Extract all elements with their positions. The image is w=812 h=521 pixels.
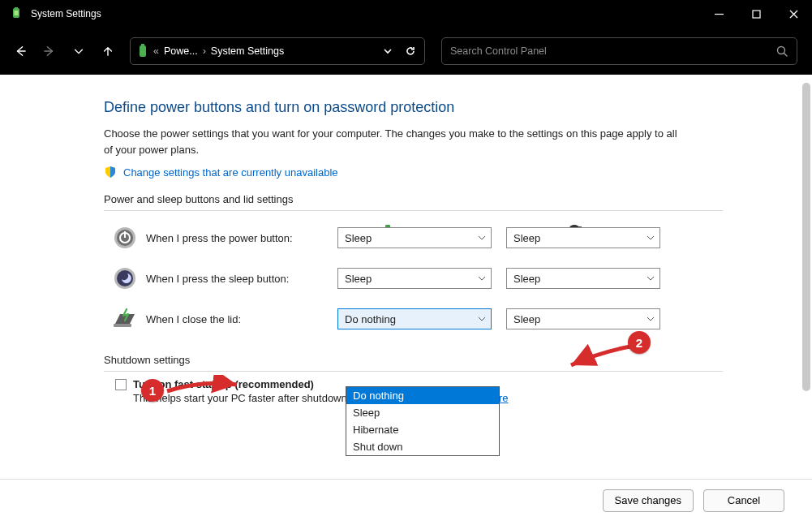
chevron-down-icon <box>647 316 655 321</box>
chevron-down-icon <box>647 235 655 240</box>
close-button[interactable] <box>775 0 812 28</box>
row-close-lid-label: When I close the lid: <box>146 313 337 325</box>
svg-rect-3 <box>753 11 760 18</box>
address-history-button[interactable] <box>379 42 397 60</box>
app-icon <box>10 7 23 20</box>
annotation-badge-2: 2 <box>628 331 651 354</box>
search-icon <box>775 45 788 58</box>
search-box[interactable] <box>441 37 797 65</box>
annotation-arrow-1 <box>164 375 243 399</box>
chevron-down-icon <box>478 235 486 240</box>
section-shutdown-label: Shutdown settings <box>104 354 812 366</box>
breadcrumb-separator: › <box>203 45 206 57</box>
page-heading: Define power buttons and turn on passwor… <box>104 99 812 116</box>
refresh-button[interactable] <box>402 42 419 60</box>
page-description: Choose the power settings that you want … <box>104 126 688 157</box>
minimize-button[interactable] <box>700 0 737 28</box>
svg-rect-4 <box>140 45 146 57</box>
select-close-lid-battery[interactable]: Do nothing <box>337 308 492 329</box>
nav-up-button[interactable] <box>96 39 120 63</box>
nav-back-button[interactable] <box>8 39 32 63</box>
select-power-button-plugged[interactable]: Sleep <box>506 227 660 248</box>
fast-startup-checkbox[interactable] <box>115 379 127 390</box>
row-power-button-label: When I press the power button: <box>146 232 337 244</box>
address-bar[interactable]: « Powe... › System Settings <box>130 37 425 65</box>
select-value: Do nothing <box>345 313 396 325</box>
search-input[interactable] <box>450 45 775 57</box>
select-sleep-button-battery[interactable]: Sleep <box>337 268 492 289</box>
chevron-down-icon <box>647 276 655 281</box>
svg-rect-2 <box>15 11 19 15</box>
content-area: Define power buttons and turn on passwor… <box>0 75 812 521</box>
dropdown-option[interactable]: Hibernate <box>346 421 499 438</box>
nav-forward-button[interactable] <box>37 39 62 63</box>
chevron-down-icon <box>478 276 486 281</box>
svg-rect-5 <box>141 44 144 46</box>
power-button-icon <box>112 225 138 251</box>
battery-icon <box>137 44 148 58</box>
breadcrumb-part-1[interactable]: Powe... <box>164 45 198 57</box>
navbar: « Powe... › System Settings <box>0 28 812 75</box>
dropdown-option[interactable]: Shut down <box>346 438 499 455</box>
select-close-lid-plugged[interactable]: Sleep <box>506 308 660 329</box>
select-value: Sleep <box>513 313 540 325</box>
annotation-badge-1: 1 <box>141 379 164 402</box>
breadcrumb-prefix: « <box>153 45 159 57</box>
svg-rect-19 <box>114 324 131 327</box>
chevron-down-icon <box>478 316 486 321</box>
select-value: Sleep <box>345 273 372 285</box>
row-close-lid: When I close the lid: Do nothing Sleep <box>104 305 688 333</box>
admin-link[interactable]: Change settings that are currently unava… <box>123 166 338 179</box>
breadcrumb-part-2[interactable]: System Settings <box>211 45 284 57</box>
power-settings-grid: On battery Plugged in <box>104 224 688 333</box>
nav-recent-button[interactable] <box>67 39 91 63</box>
row-sleep-button-label: When I press the sleep button: <box>146 273 337 285</box>
footer: Save changes Cancel <box>0 479 812 521</box>
lid-icon <box>112 306 138 332</box>
shield-icon <box>104 166 117 179</box>
select-sleep-button-plugged[interactable]: Sleep <box>506 268 660 289</box>
dropdown-close-lid-battery[interactable]: Do nothing Sleep Hibernate Shut down <box>346 386 500 456</box>
select-value: Sleep <box>513 232 540 244</box>
maximize-button[interactable] <box>737 0 775 28</box>
select-power-button-battery[interactable]: Sleep <box>337 227 492 248</box>
scrollbar-thumb[interactable] <box>802 83 810 391</box>
row-power-button: When I press the power button: Sleep Sle… <box>104 224 688 252</box>
window-title: System Settings <box>31 8 101 19</box>
dropdown-option[interactable]: Do nothing <box>346 387 499 404</box>
select-value: Sleep <box>513 273 540 285</box>
cancel-button[interactable]: Cancel <box>703 489 784 512</box>
sleep-button-icon <box>112 265 138 291</box>
save-changes-button[interactable]: Save changes <box>603 489 694 512</box>
titlebar: System Settings <box>0 0 812 28</box>
svg-rect-1 <box>15 7 18 9</box>
row-sleep-button: When I press the sleep button: Sleep Sle… <box>104 265 688 292</box>
select-value: Sleep <box>345 232 372 244</box>
dropdown-option[interactable]: Sleep <box>346 404 499 421</box>
section-power-sleep-label: Power and sleep buttons and lid settings <box>104 193 812 205</box>
